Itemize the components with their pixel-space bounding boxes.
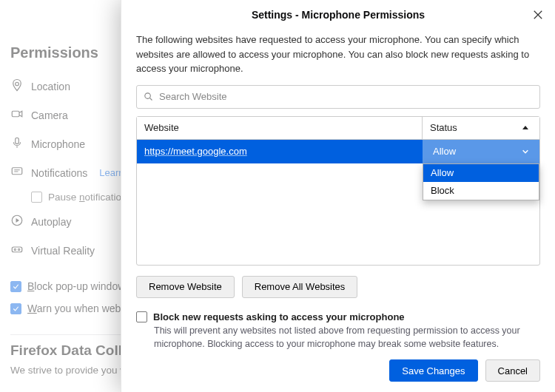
dialog-title: Settings - Microphone Permissions (252, 9, 425, 21)
perm-label: Microphone (31, 138, 85, 150)
close-button[interactable] (531, 8, 545, 21)
chevron-down-icon (522, 148, 529, 155)
svg-rect-5 (12, 247, 22, 252)
dialog-header: Settings - Microphone Permissions (121, 0, 555, 28)
table-row[interactable]: https://meet.google.com Allow (137, 140, 539, 163)
pause-notifications-checkbox[interactable] (31, 192, 42, 203)
svg-point-8 (145, 92, 151, 98)
block-popups-label: Block pop-up windows (27, 280, 130, 292)
block-popups-checkbox[interactable] (10, 281, 21, 292)
remove-all-websites-button[interactable]: Remove All Websites (242, 276, 358, 298)
save-label: Save Changes (402, 365, 465, 376)
status-select[interactable]: Allow (423, 140, 539, 163)
perm-label: Virtual Reality (31, 245, 95, 257)
column-status-label: Status (430, 122, 457, 133)
perm-label: Notifications (31, 167, 87, 179)
block-new-requests-label: Block new requests asking to access your… (153, 311, 405, 322)
dialog-footer: Save Changes Cancel (121, 352, 555, 392)
warn-websites-checkbox[interactable] (10, 303, 21, 314)
camera-icon (10, 107, 24, 123)
table-body: https://meet.google.com Allow Allow Bloc… (137, 140, 539, 265)
dialog-description: The following websites have requested to… (136, 33, 540, 76)
microphone-permissions-dialog: Settings - Microphone Permissions The fo… (121, 0, 555, 392)
svg-point-7 (18, 249, 20, 250)
column-website[interactable]: Website (137, 117, 423, 139)
perm-label: Autoplay (31, 216, 71, 228)
svg-rect-3 (12, 168, 22, 175)
remove-all-label: Remove All Websites (255, 281, 346, 292)
search-icon (143, 91, 154, 102)
status-dropdown: Allow Block (423, 163, 539, 200)
cancel-button[interactable]: Cancel (485, 359, 540, 382)
svg-point-0 (16, 82, 19, 86)
svg-point-6 (14, 249, 16, 250)
microphone-icon (10, 136, 24, 152)
notifications-icon (10, 165, 24, 180)
close-icon (531, 8, 545, 21)
svg-rect-2 (16, 138, 19, 143)
location-icon (10, 78, 24, 94)
autoplay-icon (10, 214, 24, 229)
perm-label: Camera (31, 109, 68, 121)
status-option-allow[interactable]: Allow (423, 164, 539, 182)
table-header: Website Status (137, 117, 539, 140)
save-changes-button[interactable]: Save Changes (389, 359, 477, 382)
website-cell: https://meet.google.com (137, 146, 423, 157)
vr-icon (10, 243, 24, 258)
remove-website-button[interactable]: Remove Website (136, 276, 235, 298)
cancel-label: Cancel (498, 365, 528, 376)
remove-website-label: Remove Website (149, 281, 222, 292)
perm-label: Location (31, 81, 70, 92)
search-website-input[interactable] (136, 85, 540, 109)
status-option-block[interactable]: Block (423, 182, 539, 200)
column-status[interactable]: Status (423, 122, 539, 133)
block-new-requests-hint: This will prevent any websites not liste… (136, 322, 540, 351)
permissions-table: Website Status https://meet.google.com A… (136, 116, 540, 266)
svg-rect-1 (12, 111, 19, 117)
block-new-requests-checkbox[interactable] (136, 311, 147, 322)
status-value: Allow (433, 146, 456, 157)
search-wrap (136, 85, 540, 109)
sort-arrow-icon (522, 124, 529, 132)
